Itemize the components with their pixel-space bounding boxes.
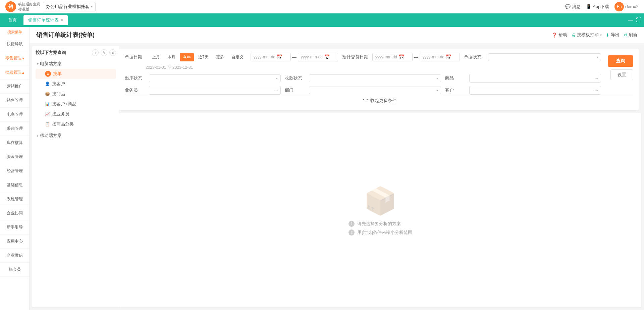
hint-num-1: 1 [348,221,355,227]
template-print-button[interactable]: 🖨 按模板打印 ▾ [571,32,602,38]
sidebar-item-quick-nav[interactable]: 快捷导航 [0,37,29,51]
salesperson-label: 业务员 [125,87,145,93]
tab-expand-icon[interactable]: ⛶ [636,17,641,23]
refresh-button[interactable]: ↺ 刷新 [624,32,637,38]
date-this-year-btn[interactable]: 今年 [180,53,194,61]
chevron-down-icon: ▾ [91,5,93,8]
sidebar-item-purchase[interactable]: 采购管理 [0,122,29,136]
export-icon: ⬇ [606,33,609,38]
sidebar-item-wechat[interactable]: 企业微信 [0,249,29,263]
collapse-panel-button[interactable]: « [109,49,116,56]
date-7days-btn[interactable]: 近7天 [195,53,212,61]
message-button[interactable]: 💬 消息 [565,4,581,10]
date-start-input[interactable]: yyyy-mm-dd 📅 [251,53,291,61]
date-custom-btn[interactable]: 自定义 [228,53,247,61]
company-selector[interactable]: 办公用品行业模拟账套 ▾ [43,2,96,11]
goods-input[interactable]: ··· [469,74,601,83]
scheme-group-mobile: ▸ 移动端方案 [36,131,116,141]
sidebar-item-newuser[interactable]: 新手引导 [0,220,29,235]
scheme-item-by-order[interactable]: ● 按单 [36,69,116,79]
sidebar-item-sales[interactable]: 销售管理 [0,94,29,108]
sidebar-item-appcenter[interactable]: 应用中心 [0,235,29,249]
sidebar-item-operation[interactable]: 经营管理 [0,164,29,178]
left-panel-title: 按以下方案查询 [36,50,66,56]
calendar-start-icon: 📅 [277,54,282,60]
dept-label: 部门 [285,87,305,93]
scheme-item-by-goods-category[interactable]: 📋 按商品分类 [36,119,116,129]
goods-category-icon: 📋 [45,122,50,126]
tab-close-icon[interactable]: × [61,18,63,22]
sidebar-item-marketing[interactable]: 营销推广 [0,80,29,94]
empty-state-icon: 📦 [364,185,397,217]
scheme-item-by-salesperson[interactable]: 📈 按业务员 [36,109,116,119]
calendar-end-icon: 📅 [324,54,330,60]
scheme-item-by-goods[interactable]: 📦 按商品 [36,89,116,99]
scheme-group-mobile-title[interactable]: ▸ 移动端方案 [36,131,116,141]
bill-status-label: 单据状态 [464,54,484,60]
goods-icon: 📦 [45,92,50,96]
tab-home[interactable]: 首页 [3,15,22,25]
logo: 销 畅捷通好生意 标准版 [5,1,40,12]
date-more-btn[interactable]: 更多 [213,53,227,61]
date-filter-label: 单据日期 [125,54,145,60]
payment-status-label: 收款状态 [285,75,305,81]
export-button[interactable]: ⬇ 导出 [606,32,620,38]
delivery-status-label: 出库状态 [125,75,145,81]
salesperson-input[interactable]: ··· [149,86,281,95]
tab-minimize-icon[interactable]: — [628,17,633,23]
sidebar-item-finance[interactable]: 资金管理 [0,150,29,164]
sidebar-item-basic[interactable]: 基础信息 [0,178,29,192]
print-icon: 🖨 [571,33,576,38]
chevron-down-icon: ▾ [22,56,24,61]
bill-status-select[interactable]: ▾ [488,53,601,61]
page-title: 销售订单统计表(按单) [36,31,95,43]
delivery-status-select[interactable]: ▾ [149,74,281,82]
empty-hint-2: 用[过滤]条件来缩小分析范围 [357,229,412,236]
customer-goods-icon: 📊 [45,102,50,106]
settings-button[interactable]: 设置 [610,69,633,80]
customer-label: 客户 [445,87,465,93]
expected-date-range: yyyy-mm-dd 📅 — yyyy-mm-dd 📅 [372,53,460,61]
collapse-filters-bar[interactable]: ⌃⌃ 收起更多条件 [125,95,633,106]
help-button[interactable]: ❓ 帮助 [552,32,567,38]
expected-date-end-input[interactable]: yyyy-mm-dd 📅 [420,53,460,61]
sidebar-search[interactable]: 搜索菜单 [0,27,29,37]
edit-scheme-button[interactable]: ✎ [101,49,107,56]
date-end-input[interactable]: yyyy-mm-dd 📅 [298,53,338,61]
scheme-item-by-customer-goods[interactable]: 📊 按客户+商品 [36,99,116,109]
expected-date-start-input[interactable]: yyyy-mm-dd 📅 [372,53,413,61]
add-scheme-button[interactable]: + [92,49,99,56]
chevron-down-icon: ▾ [276,76,278,80]
customer-input[interactable]: ··· [469,86,601,95]
sidebar-item-enterprise[interactable]: 企业协同 [0,206,29,220]
tab-sales-order-stats[interactable]: 销售订单统计表 × [23,15,68,25]
chevron-down-icon: ▾ [596,55,598,59]
calendar-expected-start-icon: 📅 [398,54,404,60]
salesperson-icon: 📈 [45,112,50,116]
dept-select[interactable]: ▾ [309,87,441,94]
help-icon: ❓ [552,33,557,38]
message-icon: 💬 [565,4,571,9]
sidebar-item-ecommerce[interactable]: 电商管理 [0,108,29,122]
active-scheme-badge: ● [45,71,51,77]
date-separator: — [292,55,297,60]
sidebar-item-member[interactable]: 畅会员 [0,263,29,277]
payment-status-select[interactable]: ▾ [309,74,441,82]
sidebar-item-retail[interactable]: 零售管理 ▾ [0,51,29,65]
chevron-right-icon: ▸ [37,134,39,138]
sidebar-item-inventory[interactable]: 库存核算 [0,136,29,150]
scheme-item-by-customer[interactable]: 👤 按客户 [36,79,116,89]
sidebar-item-system[interactable]: 系统管理 [0,192,29,206]
scheme-group-pc-title[interactable]: ▾ 电脑端方案 [36,59,116,69]
empty-state: 📦 1 请先选择要分析的方案 2 用[过滤]条件来缩小分析范围 [119,113,641,307]
sidebar-item-wholesale[interactable]: 批发管理 ▴ [0,65,29,80]
query-button[interactable]: 查询 [608,55,633,67]
chevron-up-icon: ▴ [22,70,24,75]
user-menu[interactable]: Ea demo2 [614,2,639,11]
date-last-month-btn[interactable]: 上月 [149,53,163,61]
date-range-display: 2023-01-01 至 2023-12-31 [146,65,193,70]
scheme-group-pc: ▾ 电脑端方案 ● 按单 👤 按客户 📦 按 [36,59,116,129]
expected-date-label: 预计交货日期 [342,54,368,60]
app-download-button[interactable]: 📱 App下载 [586,4,609,10]
date-this-month-btn[interactable]: 本月 [164,53,178,61]
